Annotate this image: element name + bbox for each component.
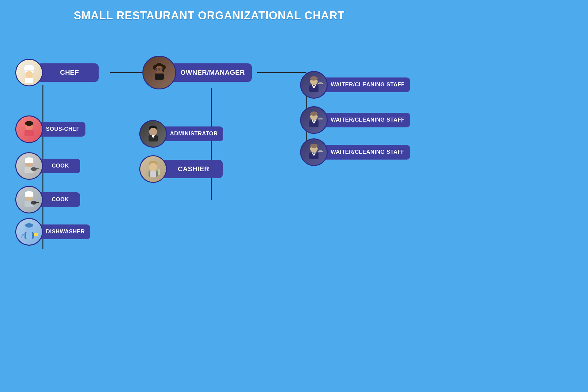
owner-label: OWNER/MANAGER bbox=[171, 63, 252, 82]
svg-point-68 bbox=[310, 111, 318, 116]
dishwasher-node: DISHWASHER bbox=[15, 218, 90, 246]
administrator-node: ADMINISTRATOR bbox=[139, 120, 223, 148]
cook2-avatar bbox=[15, 186, 43, 213]
svg-line-47 bbox=[155, 69, 156, 70]
chef-avatar bbox=[15, 59, 43, 86]
svg-rect-73 bbox=[319, 118, 322, 119]
cashier-avatar bbox=[139, 155, 167, 183]
owner-icon bbox=[149, 62, 170, 83]
svg-rect-66 bbox=[319, 82, 322, 84]
page-title: SMALL RESTAURANT ORGANIZATIONAL CHART bbox=[0, 0, 418, 28]
svg-point-16 bbox=[25, 71, 33, 78]
cashier-label: CASHIER bbox=[161, 160, 223, 179]
svg-rect-59 bbox=[158, 169, 160, 175]
owner-node: OWNER/MANAGER bbox=[142, 56, 252, 89]
svg-point-34 bbox=[25, 223, 33, 228]
cook1-icon bbox=[18, 155, 40, 177]
svg-rect-80 bbox=[319, 150, 322, 151]
waiter2-icon bbox=[303, 109, 325, 131]
chef-node: CHEF bbox=[15, 59, 99, 86]
waiter1-icon bbox=[303, 74, 325, 96]
svg-point-19 bbox=[25, 121, 33, 126]
svg-rect-23 bbox=[25, 161, 33, 163]
owner-avatar bbox=[142, 56, 176, 89]
waiter3-node: WAITER/CLEANING STAFF bbox=[300, 138, 410, 166]
waiter1-avatar bbox=[300, 71, 328, 99]
sous-chef-icon bbox=[18, 119, 40, 140]
sous-chef-label: SOUS-CHEF bbox=[37, 122, 85, 136]
svg-rect-37 bbox=[34, 233, 38, 236]
waiter2-avatar bbox=[300, 106, 328, 134]
waiter3-icon bbox=[303, 141, 325, 163]
dishwasher-icon bbox=[18, 221, 40, 243]
chef-icon bbox=[18, 62, 40, 83]
chef-label: CHEF bbox=[37, 63, 99, 82]
svg-point-38 bbox=[22, 234, 24, 236]
svg-rect-32 bbox=[35, 202, 39, 203]
svg-rect-20 bbox=[24, 130, 34, 136]
svg-rect-29 bbox=[25, 195, 33, 197]
cook1-label: COOK bbox=[37, 159, 80, 173]
cashier-node: CASHIER bbox=[139, 155, 223, 183]
svg-point-52 bbox=[149, 128, 157, 136]
svg-rect-58 bbox=[150, 171, 156, 177]
svg-rect-17 bbox=[25, 78, 33, 83]
cook1-node: COOK bbox=[15, 152, 80, 180]
svg-rect-49 bbox=[162, 69, 164, 72]
cook2-icon bbox=[18, 189, 40, 210]
waiter3-avatar bbox=[300, 138, 328, 166]
cook2-node: COOK bbox=[15, 186, 80, 213]
waiter3-label: WAITER/CLEANING STAFF bbox=[322, 145, 410, 159]
dishwasher-avatar bbox=[15, 218, 43, 246]
waiter1-node: WAITER/CLEANING STAFF bbox=[300, 71, 410, 99]
administrator-icon bbox=[142, 123, 164, 145]
waiter2-node: WAITER/CLEANING STAFF bbox=[300, 106, 410, 134]
sous-chef-node: SOUS-CHEF bbox=[15, 115, 85, 143]
svg-rect-26 bbox=[35, 168, 39, 169]
administrator-avatar bbox=[139, 120, 167, 148]
svg-point-75 bbox=[310, 144, 318, 148]
administrator-label: ADMINISTRATOR bbox=[161, 126, 223, 141]
svg-point-56 bbox=[149, 163, 157, 171]
svg-point-61 bbox=[310, 76, 318, 81]
sous-chef-avatar bbox=[15, 115, 43, 143]
svg-rect-50 bbox=[155, 74, 164, 80]
svg-point-39 bbox=[21, 236, 22, 238]
cook1-avatar bbox=[15, 152, 43, 180]
waiter2-label: WAITER/CLEANING STAFF bbox=[322, 113, 410, 127]
cook2-label: COOK bbox=[37, 192, 80, 207]
svg-rect-36 bbox=[26, 232, 32, 239]
cashier-icon bbox=[142, 158, 164, 180]
dishwasher-label: DISHWASHER bbox=[37, 224, 90, 239]
chart-area: CHEF SOUS-CHEF bbox=[0, 28, 418, 258]
waiter1-label: WAITER/CLEANING STAFF bbox=[322, 77, 410, 92]
